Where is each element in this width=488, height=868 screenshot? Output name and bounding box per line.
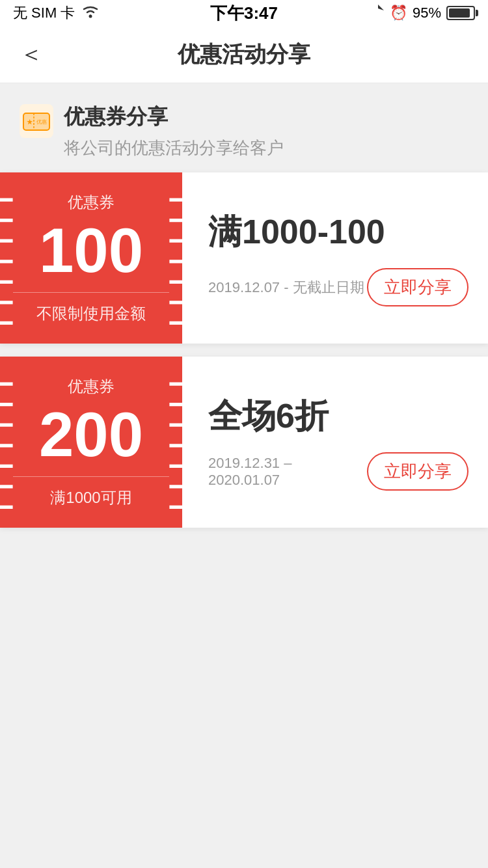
status-left: 无 SIM 卡 <box>13 3 100 23</box>
carrier-text: 无 SIM 卡 <box>13 3 75 23</box>
coupon-name-1: 满1000-100 <box>208 210 468 255</box>
share-button-1[interactable]: 立即分享 <box>367 268 468 306</box>
status-time: 下午3:47 <box>210 2 278 25</box>
coupon-amount-2: 200 <box>39 403 143 466</box>
page-title: 优惠活动分享 <box>178 40 310 70</box>
section-text: 优惠券分享 将公司的优惠活动分享给客户 <box>64 103 284 159</box>
coupon-name-2: 全场6折 <box>208 394 468 439</box>
share-button-2[interactable]: 立即分享 <box>367 452 468 491</box>
battery-percent: 95% <box>413 5 441 21</box>
coupon-condition-1: 不限制使用金额 <box>36 303 146 324</box>
back-button[interactable]: ＜ <box>20 38 43 70</box>
coupon-right-1: 满1000-100 2019.12.07 - 无截止日期 立即分享 <box>182 172 488 344</box>
coupon-divider-1 <box>13 292 169 293</box>
coupon-bottom-1: 2019.12.07 - 无截止日期 立即分享 <box>208 268 468 306</box>
coupon-section-icon: ★ 优惠 <box>20 104 53 138</box>
coupons-container: 优惠券 100 不限制使用金额 满1000-100 2019.12.07 - 无… <box>0 172 488 547</box>
coupon-date-2: 2019.12.31 – 2020.01.07 <box>208 455 367 489</box>
coupon-bottom-2: 2019.12.31 – 2020.01.07 立即分享 <box>208 452 468 491</box>
battery-icon <box>446 6 475 20</box>
coupon-type-2: 优惠券 <box>68 376 115 397</box>
coupon-card-1: 优惠券 100 不限制使用金额 满1000-100 2019.12.07 - 无… <box>0 172 488 344</box>
coupon-date-1: 2019.12.07 - 无截止日期 <box>208 278 364 297</box>
coupon-right-2: 全场6折 2019.12.31 – 2020.01.07 立即分享 <box>182 357 488 528</box>
svg-point-0 <box>89 15 92 18</box>
nav-bar: ＜ 优惠活动分享 <box>0 26 488 83</box>
svg-text:优惠: 优惠 <box>36 119 47 125</box>
battery-fill <box>449 8 470 18</box>
empty-space <box>0 547 488 868</box>
location-icon <box>372 4 385 22</box>
coupon-left-1: 优惠券 100 不限制使用金额 <box>0 172 182 344</box>
section-title: 优惠券分享 <box>64 103 284 131</box>
status-right: ⏰ 95% <box>372 4 475 22</box>
section-header: ★ 优惠 优惠券分享 将公司的优惠活动分享给客户 <box>0 83 488 172</box>
wifi-icon <box>81 4 100 22</box>
status-bar: 无 SIM 卡 下午3:47 ⏰ 95% <box>0 0 488 26</box>
coupon-card-2: 优惠券 200 满1000可用 全场6折 2019.12.31 – 2020.0… <box>0 357 488 528</box>
coupon-left-2: 优惠券 200 满1000可用 <box>0 357 182 528</box>
alarm-icon: ⏰ <box>390 5 407 21</box>
section-subtitle: 将公司的优惠活动分享给客户 <box>64 137 284 159</box>
coupon-divider-2 <box>13 476 169 477</box>
svg-text:★: ★ <box>27 118 33 126</box>
coupon-amount-1: 100 <box>39 219 143 282</box>
coupon-type-1: 优惠券 <box>68 192 115 213</box>
coupon-condition-2: 满1000可用 <box>50 487 131 508</box>
